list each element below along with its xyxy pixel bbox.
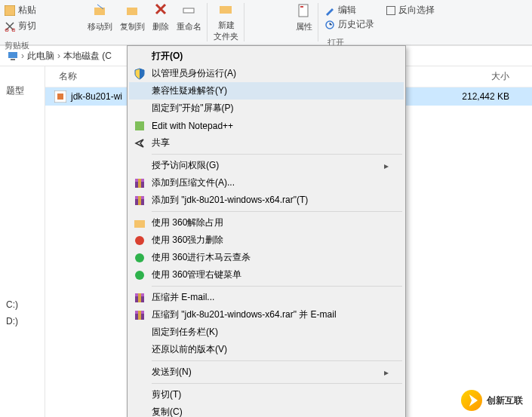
notepad-icon <box>134 120 146 132</box>
shield-green-icon <box>134 252 146 264</box>
cut-button[interactable]: 剪切 <box>5 19 36 33</box>
delete-icon <box>153 3 168 18</box>
menu-item-label: 共享 <box>152 136 170 149</box>
archive-icon <box>134 195 146 207</box>
brand-logo-text: 创新互联 <box>487 394 523 407</box>
paste-button[interactable]: 粘贴 <box>5 3 36 17</box>
svg-rect-4 <box>127 8 137 15</box>
java-installer-icon <box>54 90 66 103</box>
menu-item-label: 压缩并 E-mail... <box>152 291 214 304</box>
invert-selection-button[interactable]: 反向选择 <box>386 3 435 17</box>
clipboard-label: 剪贴板 <box>5 39 36 52</box>
menu-item-label: 添加到压缩文件(A)... <box>152 176 235 189</box>
sidebar-item-type[interactable]: 题型 <box>0 81 45 100</box>
menu-item[interactable]: 复制(C) <box>129 403 404 417</box>
breadcrumb-disk[interactable]: 本地磁盘 (C <box>63 50 112 63</box>
menu-separator <box>152 286 402 287</box>
menu-item-label: 复制(C) <box>152 406 183 417</box>
computer-icon <box>8 51 18 61</box>
context-menu: 打开(O)以管理员身份运行(A)兼容性疑难解答(Y)固定到"开始"屏幕(P)Ed… <box>127 45 406 417</box>
menu-separator <box>152 360 402 361</box>
menu-item[interactable]: 压缩到 "jdk-8u201-windows-x64.rar" 并 E-mail <box>129 306 404 323</box>
move-icon <box>93 3 108 18</box>
properties-icon <box>297 3 312 18</box>
chevron-right-icon: › <box>21 51 24 61</box>
menu-item[interactable]: 剪切(T) <box>129 386 404 403</box>
copy-icon <box>125 3 140 18</box>
menu-item[interactable]: 使用 360解除占用 <box>129 214 404 231</box>
sidebar-item-d[interactable]: D:) <box>0 313 45 330</box>
menu-item-label: 剪切(T) <box>152 388 181 401</box>
menu-item-label: 使用 360进行木马云查杀 <box>152 251 251 264</box>
menu-item-label: 固定到"开始"屏幕(P) <box>152 102 234 115</box>
menu-separator <box>152 154 402 155</box>
menu-item-label: 使用 360管理右键菜单 <box>152 268 241 281</box>
shield-green-icon <box>134 269 146 281</box>
menu-item[interactable]: 授予访问权限(G)▸ <box>129 157 404 174</box>
menu-item[interactable]: 使用 360进行木马云查杀 <box>129 249 404 266</box>
menu-item[interactable]: 压缩并 E-mail... <box>129 289 404 306</box>
shield-icon <box>134 68 146 80</box>
paste-label: 粘贴 <box>18 4 36 17</box>
menu-item[interactable]: 固定到"开始"屏幕(P) <box>129 100 404 117</box>
rename-icon <box>182 3 197 18</box>
menu-item-label: 使用 360解除占用 <box>152 216 223 229</box>
svg-rect-13 <box>57 94 63 100</box>
scissors-icon <box>5 21 15 32</box>
menu-item-label: 还原以前的版本(V) <box>152 343 227 356</box>
new-folder-button[interactable]: 新建 文件夹 <box>214 2 238 42</box>
svg-rect-10 <box>8 52 17 58</box>
menu-item[interactable]: 添加到压缩文件(A)... <box>129 174 404 192</box>
svg-point-22 <box>135 236 144 245</box>
edit-icon <box>324 5 335 16</box>
menu-item-label: 授予访问权限(G) <box>152 159 219 172</box>
menu-item[interactable]: 发送到(N)▸ <box>129 363 404 381</box>
organize-group: 移动到 复制到 删除 重命名 <box>81 0 208 44</box>
cut-label: 剪切 <box>18 20 36 32</box>
menu-item-label: 使用 360强力删除 <box>152 234 223 247</box>
svg-rect-21 <box>134 220 145 228</box>
column-size[interactable]: 大小 <box>441 70 532 83</box>
menu-item[interactable]: 共享 <box>129 134 404 152</box>
svg-point-23 <box>135 253 144 262</box>
menu-item-label: 以管理员身份运行(A) <box>152 67 236 80</box>
checkbox-icon <box>386 6 395 15</box>
properties-button[interactable]: 属性 <box>296 3 312 32</box>
copy-to-button[interactable]: 复制到 <box>120 3 145 32</box>
share-icon <box>134 137 146 149</box>
menu-item[interactable]: 使用 360强力删除 <box>129 231 404 249</box>
folder-icon <box>134 217 146 229</box>
chevron-right-icon: ▸ <box>384 367 389 378</box>
archive-icon <box>134 177 146 189</box>
sidebar-item-c[interactable]: C:) <box>0 296 45 313</box>
svg-rect-27 <box>138 293 141 302</box>
menu-item[interactable]: 添加到 "jdk-8u201-windows-x64.rar"(T) <box>129 192 404 209</box>
paste-icon <box>5 5 15 16</box>
history-button[interactable]: 历史记录 <box>324 17 374 32</box>
menu-item[interactable]: 以管理员身份运行(A) <box>129 65 404 82</box>
chevron-right-icon: ▸ <box>384 161 389 171</box>
archive-icon <box>134 309 146 321</box>
edit-button[interactable]: 编辑 <box>324 3 356 17</box>
move-to-button[interactable]: 移动到 <box>88 3 112 32</box>
menu-item[interactable]: 固定到任务栏(K) <box>129 323 404 341</box>
shield-red-icon <box>134 235 146 247</box>
history-icon <box>324 20 335 30</box>
menu-separator <box>152 211 402 212</box>
rename-button[interactable]: 重命名 <box>177 3 201 32</box>
delete-button[interactable]: 删除 <box>152 3 169 32</box>
new-group: 新建 文件夹 <box>208 0 244 44</box>
menu-item[interactable]: 使用 360管理右键菜单 <box>129 266 404 284</box>
menu-item[interactable]: 兼容性疑难解答(Y) <box>129 82 404 100</box>
clipboard-group: 粘贴 剪切 剪贴板 <box>0 0 36 44</box>
chevron-right-icon: › <box>57 51 60 61</box>
svg-rect-6 <box>220 6 232 14</box>
svg-rect-20 <box>138 196 141 205</box>
svg-rect-17 <box>138 179 141 188</box>
menu-item[interactable]: 打开(O) <box>129 48 404 65</box>
menu-item[interactable]: Edit with Notepad++ <box>129 117 404 134</box>
svg-rect-8 <box>300 6 303 8</box>
menu-item[interactable]: 还原以前的版本(V) <box>129 341 404 358</box>
sidebar: 题型 C:) D:) <box>0 66 45 417</box>
svg-rect-14 <box>135 121 144 130</box>
